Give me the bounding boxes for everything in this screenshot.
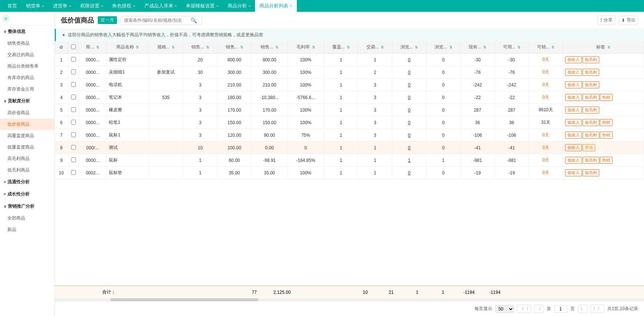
sidebar-group-overall[interactable]: ∨ 整体信息 (0, 26, 54, 38)
search-icon[interactable]: 🔍 (191, 17, 197, 23)
close-icon[interactable]: × (42, 4, 44, 8)
sort-icon[interactable]: ⇅ (381, 45, 384, 49)
browse1[interactable]: 0 (392, 104, 426, 116)
browse-link[interactable]: 1 (408, 158, 410, 163)
product-name[interactable]: 鼠标 (107, 154, 149, 167)
browse1[interactable]: 0 (392, 142, 426, 154)
close-icon[interactable]: × (133, 4, 135, 8)
next-page-button[interactable]: 〉 (578, 305, 587, 313)
row-checkbox[interactable] (71, 69, 76, 74)
browse1[interactable]: 0 (392, 129, 426, 142)
row-checkbox[interactable] (71, 120, 76, 125)
sort-icon[interactable]: ⇅ (96, 45, 99, 49)
search-input[interactable] (124, 18, 191, 23)
horizontal-scrollbar[interactable] (55, 298, 644, 301)
nav-sales[interactable]: 销货单 × (21, 0, 48, 12)
nav-purchase[interactable]: 进货单 × (48, 0, 76, 12)
sidebar-item-low-coverage[interactable]: 低覆盖度商品 (0, 142, 54, 153)
sort-icon[interactable]: ⇅ (449, 45, 452, 49)
sort-icon[interactable]: ⇅ (415, 45, 418, 49)
sidebar-item-high-coverage[interactable]: 高覆盖度商品 (0, 130, 54, 142)
browse1[interactable]: 0 (392, 79, 426, 91)
nav-permission[interactable]: 权限设置 × (76, 0, 108, 12)
sort-icon[interactable]: ⇅ (275, 45, 278, 49)
settings-column-header[interactable]: ⚙ (55, 41, 68, 54)
collapse-button[interactable]: « (2, 15, 10, 22)
browse1[interactable]: 0 (392, 66, 426, 79)
select-all-checkbox[interactable] (71, 44, 76, 49)
browse1[interactable]: 0 (392, 91, 426, 104)
browse1[interactable]: 0 (392, 54, 426, 66)
sort-icon[interactable]: ⇅ (240, 45, 243, 49)
sort-icon[interactable]: ⇅ (347, 45, 350, 49)
sidebar-item-high-margin[interactable]: 高毛利商品 (0, 153, 54, 164)
sidebar-group-contribution[interactable]: ∨ 贡献度分析 (0, 95, 54, 107)
sort-icon[interactable]: ⇅ (312, 45, 315, 49)
sidebar-item-low-value[interactable]: 低价值商品 (0, 119, 54, 130)
sidebar-item-category-rate[interactable]: 商品分类销售率 (0, 61, 54, 72)
product-name[interactable]: 铅笔1 (107, 116, 149, 129)
nav-product-analysis-list[interactable]: 商品分析列表 × (255, 0, 296, 12)
product-name[interactable]: 鼠标垫 (107, 167, 149, 179)
sidebar-item-capital[interactable]: 库存资金占用 (0, 84, 54, 95)
nav-template[interactable]: 单据模板设置 × (181, 0, 223, 12)
sidebar-item-traded-products[interactable]: 交易过的商品 (0, 49, 54, 61)
browse-link[interactable]: 0 (408, 57, 410, 62)
sort-icon[interactable]: ⇅ (551, 45, 554, 49)
sidebar-item-high-value[interactable]: 高价值商品 (0, 107, 54, 119)
sidebar-item-low-margin[interactable]: 低毛利商品 (0, 164, 54, 176)
sidebar-group-marketing[interactable]: ∨ 营销推广分析 (0, 200, 54, 213)
row-checkbox[interactable] (71, 170, 76, 175)
sort-icon[interactable]: ⇅ (483, 45, 486, 49)
sidebar-group-liquidity[interactable]: > 流通性分析 (0, 176, 54, 188)
row-checkbox[interactable] (71, 82, 76, 87)
row-checkbox[interactable] (71, 57, 76, 62)
nav-home[interactable]: 首页 (3, 0, 21, 12)
product-name[interactable]: 橡皮擦 (107, 104, 149, 116)
scrollbar-thumb[interactable] (110, 298, 258, 301)
checkbox-column-header[interactable] (68, 41, 78, 54)
browse1[interactable]: 0 (392, 167, 426, 179)
close-icon[interactable]: × (69, 4, 71, 8)
settings-icon[interactable]: ⚙ (59, 45, 63, 50)
browse-link[interactable]: 0 (408, 133, 410, 138)
close-icon[interactable]: × (290, 4, 292, 8)
prev-page-button[interactable]: 〈 (534, 305, 544, 313)
close-icon[interactable]: × (175, 4, 177, 8)
last-page-button[interactable]: 〉〉 (590, 305, 604, 313)
page-size-select[interactable]: 50 100 200 (495, 305, 514, 313)
product-name[interactable]: 电话机 (107, 79, 149, 91)
row-checkbox[interactable] (71, 157, 76, 162)
browse-link[interactable]: 0 (408, 145, 410, 150)
browse-link[interactable]: 0 (408, 95, 410, 100)
sort-icon[interactable]: ⇅ (136, 45, 139, 49)
table-wrapper[interactable]: ⚙ 商... ⇅ 商品名称 ⇅ 规格... ⇅ 销售... ⇅ 销售... ⇅ … (55, 41, 644, 285)
product-name[interactable]: 鼠标1 (107, 129, 149, 142)
product-name[interactable]: 吴细细1 (107, 66, 149, 79)
sort-icon[interactable]: ⇅ (607, 45, 610, 49)
sort-icon[interactable]: ⇅ (206, 45, 209, 49)
row-checkbox[interactable] (71, 145, 76, 150)
sidebar-item-stock-products[interactable]: 有库存的商品 (0, 72, 54, 84)
browse1[interactable]: 0 (392, 116, 426, 129)
close-icon[interactable]: × (101, 4, 103, 8)
sidebar-item-sales-products[interactable]: 销售类商品 (0, 38, 54, 49)
page-number-input[interactable] (554, 305, 567, 313)
close-icon[interactable]: × (248, 4, 251, 8)
export-button[interactable]: ⬇ 导出 (619, 16, 638, 25)
browse-link[interactable]: 0 (408, 120, 410, 125)
browse-link[interactable]: 0 (408, 70, 410, 75)
row-checkbox[interactable] (71, 132, 76, 137)
sidebar-item-new-products[interactable]: 新品 (0, 224, 54, 235)
nav-product-inbound[interactable]: 产成品入库单 × (140, 0, 181, 12)
product-name[interactable]: 属性定价 (107, 54, 149, 66)
close-icon[interactable]: × (216, 4, 218, 8)
product-name[interactable]: 测试 (107, 142, 149, 154)
row-checkbox[interactable] (71, 107, 76, 112)
sidebar-group-growth[interactable]: > 成长性分析 (0, 188, 54, 200)
time-filter-button[interactable]: 近一月 (98, 16, 117, 24)
sort-icon[interactable]: ⇅ (172, 45, 175, 49)
share-button[interactable]: ⤴ 分享 (597, 16, 615, 25)
browse-link[interactable]: 0 (408, 108, 410, 113)
sidebar-item-all-products[interactable]: 全部商品 (0, 213, 54, 224)
